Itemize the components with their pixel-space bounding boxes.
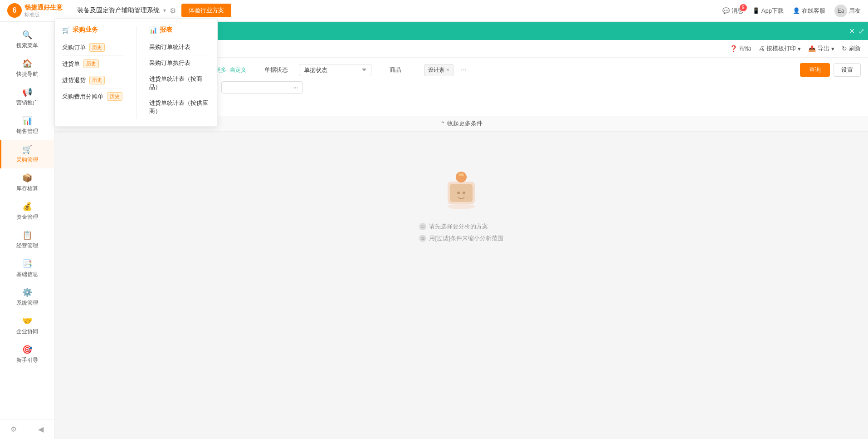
purchase-order-history: 历史 bbox=[89, 43, 105, 52]
refresh-label: 刷新 bbox=[849, 44, 861, 53]
system-settings-icon[interactable]: ⚙ bbox=[170, 6, 176, 15]
menu-item-order-stats[interactable]: 采购订单统计表 bbox=[149, 39, 210, 55]
logo-text: 畅捷通好生意 标准版 bbox=[24, 3, 63, 18]
tab-close-all-icon[interactable]: ✕ bbox=[849, 27, 855, 35]
help-button[interactable]: ❓ 帮助 bbox=[730, 44, 751, 53]
export-label: 导出 bbox=[818, 44, 829, 53]
query-actions: 查询 设置 bbox=[800, 63, 861, 77]
sidebar-label-guide: 新手引导 bbox=[16, 356, 38, 364]
sidebar-label-marketing: 营销推广 bbox=[16, 99, 38, 107]
empty-state: ① 请先选择要分析的方案 ② 用[过滤]条件来缩小分析范围 bbox=[54, 132, 868, 279]
dropdown-purchase-title: 🛒 采购业务 bbox=[62, 26, 123, 34]
sidebar-label-system: 系统管理 bbox=[16, 299, 38, 307]
tab-maximize-icon[interactable]: ⤢ bbox=[858, 27, 864, 35]
export-arrow[interactable]: ▾ bbox=[831, 45, 834, 52]
inbound-history: 历史 bbox=[83, 59, 99, 68]
goods-tag-remove[interactable]: × bbox=[446, 67, 449, 73]
sidebar-item-system[interactable]: ⚙️ 系统管理 bbox=[0, 283, 54, 311]
return-history: 历史 bbox=[89, 76, 105, 84]
support-label: 在线客服 bbox=[802, 7, 825, 15]
print-arrow[interactable]: ▾ bbox=[798, 45, 801, 52]
btn-industry[interactable]: 体验行业方案 bbox=[181, 4, 231, 17]
guide-icon: 🎯 bbox=[22, 345, 32, 355]
empty-tip-2: ② 用[过滤]条件来缩小分析范围 bbox=[419, 234, 503, 242]
menu-item-return[interactable]: 进货退货 历史 bbox=[62, 72, 123, 89]
sidebar-label-finance: 资金管理 bbox=[16, 213, 38, 221]
logo-area: 6 畅捷通好生意 标准版 bbox=[7, 3, 63, 18]
system-dropdown-arrow[interactable]: ▾ bbox=[163, 7, 166, 14]
salesperson-input[interactable]: ··· bbox=[221, 81, 303, 94]
sidebar-label-quick-nav: 快捷导航 bbox=[16, 70, 38, 78]
collapse-icon: ⌃ bbox=[440, 120, 445, 127]
sidebar-item-finance[interactable]: 💰 资金管理 bbox=[0, 197, 54, 226]
sidebar-item-sales[interactable]: 📊 销售管理 bbox=[0, 111, 54, 140]
settings-button[interactable]: 设置 bbox=[834, 63, 861, 77]
menu-item-inbound-stats-goods[interactable]: 进货单统计表（按商品） bbox=[149, 71, 210, 95]
menu-item-purchase-order[interactable]: 采购订单 历史 bbox=[62, 39, 123, 56]
menu-item-order-exec[interactable]: 采购订单执行表 bbox=[149, 55, 210, 71]
menu-item-inbound-stats-supplier[interactable]: 进货单统计表（按供应商） bbox=[149, 95, 210, 119]
support-icon: 👤 bbox=[793, 7, 800, 14]
shortcut-custom[interactable]: 自定义 bbox=[230, 66, 246, 74]
header-right: 💬 消息 9 📱 App下载 👤 在线客服 Ea 用友 bbox=[722, 5, 861, 17]
print-button[interactable]: 🖨 按模板打印 ▾ bbox=[758, 44, 801, 53]
system-title-area: 装备及固定资产辅助管理系统 ▾ ⚙ bbox=[77, 6, 176, 15]
empty-tip-1: ① 请先选择要分析的方案 bbox=[419, 222, 503, 231]
svg-point-6 bbox=[463, 192, 465, 194]
refresh-button[interactable]: ↻ 刷新 bbox=[842, 44, 861, 53]
help-label: 帮助 bbox=[739, 44, 751, 53]
nav-user[interactable]: Ea 用友 bbox=[834, 5, 861, 17]
purchase-icon: 🛒 bbox=[22, 144, 32, 154]
search-icon: 🔍 bbox=[22, 30, 32, 40]
sidebar-item-search[interactable]: 🔍 搜索菜单 bbox=[0, 25, 54, 54]
sidebar-item-operations[interactable]: 📋 经营管理 bbox=[0, 226, 54, 254]
expense-label: 采购费用分摊单 bbox=[62, 93, 103, 101]
tip-dot-1: ① bbox=[419, 223, 426, 230]
return-label: 进货退货 bbox=[62, 76, 86, 84]
sidebar-settings-icon[interactable]: ⚙ bbox=[10, 425, 17, 434]
nav-messages[interactable]: 💬 消息 9 bbox=[722, 7, 743, 15]
nav-support[interactable]: 👤 在线客服 bbox=[793, 7, 825, 15]
goods-tag: 设计素 × bbox=[424, 64, 454, 76]
salesperson-dots[interactable]: ··· bbox=[293, 84, 298, 91]
svg-rect-4 bbox=[458, 173, 464, 176]
home-icon: 🏠 bbox=[22, 59, 32, 69]
svg-point-0 bbox=[448, 204, 475, 209]
sidebar-label-enterprise: 企业协同 bbox=[16, 328, 38, 335]
tip-text-2: 用[过滤]条件来缩小分析范围 bbox=[429, 234, 503, 242]
query-button[interactable]: 查询 bbox=[800, 63, 830, 77]
print-label: 按模板打印 bbox=[766, 44, 796, 53]
sidebar-item-guide[interactable]: 🎯 新手引导 bbox=[0, 340, 54, 369]
goods-filter-label: 商品 bbox=[390, 66, 417, 74]
dropdown-report-col: 📊 报表 采购订单统计表 采购订单执行表 进货单统计表（按商品） 进货单统计表（… bbox=[149, 26, 210, 119]
system-title: 装备及固定资产辅助管理系统 bbox=[77, 6, 160, 15]
sidebar-collapse-icon[interactable]: ◀ bbox=[38, 425, 44, 434]
sidebar-label-purchase: 采购管理 bbox=[16, 156, 38, 164]
goods-tag-label: 设计素 bbox=[428, 66, 444, 74]
nav-app[interactable]: 📱 App下载 bbox=[752, 7, 784, 15]
finance-icon: 💰 bbox=[22, 202, 32, 212]
sidebar-item-marketing[interactable]: 📢 营销推广 bbox=[0, 83, 54, 111]
menu-item-inbound[interactable]: 进货单 历史 bbox=[62, 56, 123, 72]
collapse-button[interactable]: ⌃ 收起更多条件 bbox=[440, 119, 483, 128]
export-button[interactable]: 📤 导出 ▾ bbox=[808, 44, 834, 53]
system-icon: ⚙️ bbox=[22, 287, 32, 297]
sidebar-footer: ⚙ ◀ bbox=[0, 419, 54, 439]
user-label: 用友 bbox=[849, 7, 861, 15]
app-icon: 📱 bbox=[752, 7, 760, 14]
tab-bar-actions: ✕ ⤢ bbox=[849, 27, 864, 35]
menu-item-expense[interactable]: 采购费用分摊单 历史 bbox=[62, 89, 123, 104]
sidebar-item-purchase[interactable]: 🛒 采购管理 bbox=[0, 140, 54, 168]
sidebar-item-inventory[interactable]: 📦 库存核算 bbox=[0, 168, 54, 197]
purchase-dropdown-menu: 🛒 采购业务 采购订单 历史 进货单 历史 进货退货 历史 采购费用分摊单 bbox=[54, 22, 218, 127]
inventory-icon: 📦 bbox=[22, 173, 32, 183]
operations-icon: 📋 bbox=[22, 230, 32, 240]
sidebar-item-base-info[interactable]: 📑 基础信息 bbox=[0, 254, 54, 283]
logo-main: 畅捷通好生意 bbox=[24, 3, 63, 11]
goods-more-btn[interactable]: ··· bbox=[461, 66, 467, 74]
status-select[interactable]: 单据状态 bbox=[299, 64, 371, 76]
sidebar-item-quick-nav[interactable]: 🏠 快捷导航 bbox=[0, 54, 54, 83]
marketing-icon: 📢 bbox=[22, 87, 32, 97]
content-area: 首页 销售排行榜 ✕ ✕ ⤢ ❓ 帮助 🖨 按模板打印 bbox=[54, 22, 868, 439]
sidebar-item-enterprise[interactable]: 🤝 企业协同 bbox=[0, 311, 54, 340]
